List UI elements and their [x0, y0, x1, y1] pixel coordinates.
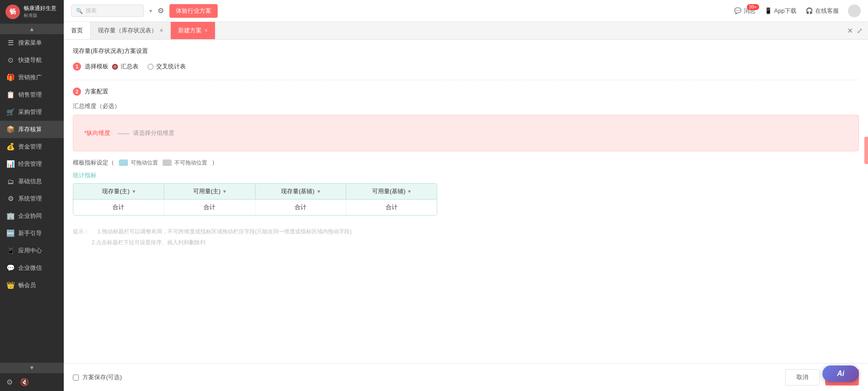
- window-expand-icon[interactable]: ⤢: [857, 26, 863, 35]
- operations-icon: 📊: [6, 160, 15, 168]
- sidebar-item-marketing[interactable]: 🎁 营销推广: [0, 69, 64, 86]
- radio-summary[interactable]: 汇总表: [112, 62, 138, 71]
- stats-cell-0-0: 合计: [73, 199, 164, 215]
- ai-button[interactable]: Ai: [822, 365, 859, 382]
- quick-nav-icon: ⊙: [6, 56, 15, 64]
- stats-col-0[interactable]: 现存量(主) ▾: [73, 184, 164, 199]
- sidebar-bottom: ⚙ 🔇: [0, 373, 64, 391]
- content-area: 现存量(库存状况表)方案设置 1 选择模板 汇总表 交叉统计表: [64, 40, 868, 363]
- section2-header: 2 方案配置: [73, 87, 859, 96]
- stats-col-3-chevron[interactable]: ▾: [408, 188, 411, 195]
- message-action[interactable]: 💬 消息 99+: [734, 7, 756, 15]
- app-download-action[interactable]: 📱 App下载: [765, 7, 797, 15]
- toggle-non-draggable-box: [163, 159, 172, 166]
- sidebar-item-operations[interactable]: 📊 经营管理: [0, 155, 64, 173]
- toggle-draggable-box: [119, 159, 128, 166]
- message-icon: 💬: [734, 7, 741, 14]
- dropdown-icon[interactable]: ▾: [149, 8, 152, 14]
- sidebar-item-enterprise[interactable]: 🏢 企业协同: [0, 207, 64, 225]
- main-area: 🔍 搜索 ▾ ⚙ 体验行业方案 💬 消息 99+ 📱 App下载 🎧 在线客服: [64, 0, 868, 391]
- stats-col-3[interactable]: 可用量(基辅) ▾: [346, 184, 437, 199]
- radio-summary-label: 汇总表: [121, 62, 138, 71]
- dimension-area[interactable]: *纵向维度 —— 请选择分组维度: [73, 115, 859, 151]
- radio-cross-label: 交叉统计表: [156, 62, 186, 71]
- sidebar-item-search-menu[interactable]: ☰ 搜索菜单: [0, 34, 64, 51]
- logo-icon: 畅: [5, 5, 20, 19]
- toggle-non-draggable: 不可拖动位置: [163, 159, 207, 167]
- topbar-left: 🔍 搜索 ▾ ⚙ 体验行业方案: [71, 4, 218, 18]
- app-version: 标准版: [24, 12, 56, 19]
- section1-num: 1: [73, 62, 81, 71]
- finance-icon: 💰: [6, 143, 15, 151]
- metrics-label: 模板指标设定（ 可拖动位置 不可拖动位置 ）: [73, 159, 859, 167]
- app-download-label: App下载: [774, 7, 797, 15]
- stats-col-2[interactable]: 现存量(基辅) ▾: [255, 184, 347, 199]
- cancel-button[interactable]: 取消: [785, 369, 820, 386]
- tab-new-plan-close[interactable]: ×: [204, 27, 208, 34]
- stats-table: 现存量(主) ▾ 可用量(主) ▾ 现存量(基辅) ▾ 可用量(基辅) ▾: [73, 183, 437, 216]
- sidebar-item-member[interactable]: 👑 畅会员: [0, 277, 64, 294]
- stats-col-2-label: 现存量(基辅): [281, 187, 315, 196]
- stats-col-3-label: 可用量(基辅): [372, 187, 406, 196]
- non-draggable-label: 不可拖动位置: [174, 159, 207, 167]
- app-name: 畅康通好生意: [24, 5, 56, 12]
- tab-inventory-close[interactable]: ×: [160, 27, 163, 34]
- sidebar-item-inventory[interactable]: 📦 库存核算: [0, 121, 64, 138]
- user-avatar[interactable]: [848, 5, 861, 17]
- sidebar-item-finance[interactable]: 💰 资金管理: [0, 138, 64, 155]
- radio-cross-input[interactable]: [148, 64, 153, 70]
- message-badge: 99+: [747, 4, 759, 10]
- stats-cell-0-1: 合计: [164, 199, 255, 215]
- right-panel[interactable]: [864, 137, 868, 164]
- trial-button[interactable]: 体验行业方案: [169, 4, 218, 18]
- topbar-search-bar[interactable]: 🔍 搜索: [71, 5, 144, 17]
- stats-cell-0-3: 合计: [346, 199, 437, 215]
- sidebar-scroll-up[interactable]: ▲: [0, 24, 64, 34]
- stats-table-body: 合计 合计 合计 合计: [73, 199, 437, 215]
- section2-num: 2: [73, 87, 81, 96]
- stats-col-0-chevron[interactable]: ▾: [133, 188, 135, 195]
- gear-icon[interactable]: ⚙: [158, 6, 164, 15]
- tip-0-text: 1.拖动标题栏可以调整布局，不可跨维度或指标区域拖动栏目字段(只能在同一维度或指…: [97, 226, 352, 237]
- sidebar-nav: ☰ 搜索菜单 ⊙ 快捷导航 🎁 营销推广 📋 销售管理 🛒 采购管理 📦 库存核…: [0, 34, 64, 363]
- sidebar-item-newbie[interactable]: 🆕 新手引导: [0, 225, 64, 242]
- tab-home[interactable]: 首页: [64, 22, 91, 39]
- window-close-icon[interactable]: ✕: [847, 26, 853, 35]
- dimension-heading: 汇总维度（必选）: [73, 102, 859, 110]
- sidebar-item-system[interactable]: ⚙ 系统管理: [0, 190, 64, 207]
- purchase-icon: 🛒: [6, 108, 15, 116]
- stats-col-1[interactable]: 可用量(主) ▾: [164, 184, 255, 199]
- save-checkbox-input[interactable]: [73, 375, 79, 381]
- footer: 方案保存(可选) 取消 查询: [64, 363, 868, 391]
- sidebar-item-wechat[interactable]: 💬 企业微信: [0, 259, 64, 277]
- topbar: 🔍 搜索 ▾ ⚙ 体验行业方案 💬 消息 99+ 📱 App下载 🎧 在线客服: [64, 0, 868, 22]
- tabs-bar: 首页 现存量（库存状况表） × 新建方案 × ✕ ⤢: [64, 22, 868, 40]
- stats-col-1-chevron[interactable]: ▾: [223, 188, 226, 195]
- stats-col-2-chevron[interactable]: ▾: [317, 188, 320, 195]
- inventory-icon: 📦: [6, 125, 15, 134]
- sidebar-scroll-down[interactable]: ▼: [0, 363, 64, 373]
- search-icon: 🔍: [76, 8, 83, 14]
- radio-summary-input[interactable]: [112, 64, 118, 70]
- tab-new-plan[interactable]: 新建方案 ×: [171, 22, 215, 39]
- stats-section-label: 统计指标: [73, 171, 859, 180]
- tip-label: 提示：: [73, 226, 94, 237]
- mute-bottom-icon[interactable]: 🔇: [20, 378, 29, 386]
- radio-cross[interactable]: 交叉统计表: [148, 62, 186, 71]
- toggle-draggable: 可拖动位置: [119, 159, 158, 167]
- sidebar-item-quick-nav[interactable]: ⊙ 快捷导航: [0, 51, 64, 69]
- online-service-action[interactable]: 🎧 在线客服: [806, 7, 839, 15]
- settings-bottom-icon[interactable]: ⚙: [6, 378, 13, 386]
- tab-inventory-status[interactable]: 现存量（库存状况表） ×: [91, 22, 171, 39]
- headset-icon: 🎧: [806, 7, 813, 14]
- save-checkbox-label[interactable]: 方案保存(可选): [73, 373, 122, 381]
- sidebar: 畅 畅康通好生意 标准版 ▲ ☰ 搜索菜单 ⊙ 快捷导航 🎁 营销推广 📋 销售…: [0, 0, 64, 391]
- newbie-icon: 🆕: [6, 229, 15, 237]
- online-service-label: 在线客服: [815, 7, 839, 15]
- sidebar-item-purchase[interactable]: 🛒 采购管理: [0, 103, 64, 121]
- sidebar-item-sales[interactable]: 📋 销售管理: [0, 86, 64, 103]
- wechat-icon: 💬: [6, 264, 15, 272]
- save-label: 方案保存(可选): [82, 373, 122, 381]
- sidebar-item-base-info[interactable]: 🗂 基础信息: [0, 173, 64, 190]
- sidebar-item-app-center[interactable]: 📱 应用中心: [0, 242, 64, 259]
